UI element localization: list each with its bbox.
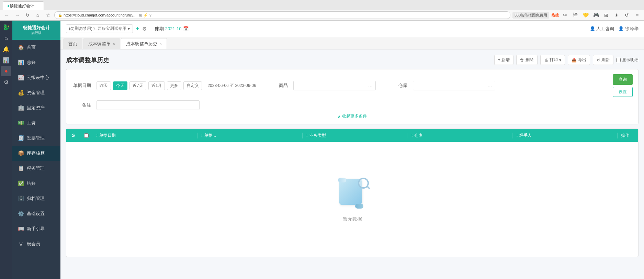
browser-tab-active[interactable]: ● 畅捷通好会计 xyxy=(3,1,44,10)
tab-2[interactable]: 成本调整单历史× xyxy=(121,38,167,49)
tab-0[interactable]: 首页 xyxy=(63,38,82,49)
sidebar-icon-11: ⚙️ xyxy=(18,211,24,217)
goods-dots[interactable]: ... xyxy=(368,82,372,89)
table-gear-icon[interactable]: ⚙ xyxy=(71,133,76,138)
tab-label-1: 成本调整单 xyxy=(88,41,111,47)
add-company-btn[interactable]: + xyxy=(136,25,139,32)
page-header: 成本调整单历史 + 新增 🗑 删除 🖨 打印 ▾ 📤 导出 xyxy=(66,55,639,65)
table-container: ⚙ ↕ 单据日期 ↕ 单据... ↕ 业务类型 xyxy=(66,129,639,257)
remark-input[interactable] xyxy=(97,100,200,110)
sidebar-item-工资[interactable]: 💵工资 xyxy=(12,115,60,131)
sidebar-item-发票管理[interactable]: 🧾发票管理 xyxy=(12,131,60,146)
sidebar: 畅捷通好会计 旗舰版 🏠首页📊总账📈云报表中心💰资金管理🏢固定资产💵工资🧾发票管… xyxy=(12,21,60,279)
yesterday-btn[interactable]: 昨天 xyxy=(97,81,111,90)
wallet-icon[interactable]: 💛 xyxy=(581,11,590,19)
bookmark-button[interactable]: ☆ xyxy=(44,11,52,19)
today-btn[interactable]: 今天 xyxy=(113,81,127,90)
export-icon: 📤 xyxy=(572,58,577,63)
display-label: 显示明细 xyxy=(622,57,639,63)
collapse-btn[interactable]: ∧ 收起更多条件 xyxy=(72,113,633,119)
warehouse-select[interactable]: ... xyxy=(413,81,495,90)
sidebar-item-结账[interactable]: ✅结账 xyxy=(12,176,60,191)
account-period: 账期 2021-10 📅 xyxy=(155,26,189,32)
sidebar-item-首页[interactable]: 🏠首页 xyxy=(12,40,60,55)
print-btn[interactable]: 🖨 打印 ▾ xyxy=(540,55,565,65)
service-btn[interactable]: 👤 人工咨询 xyxy=(590,26,614,32)
sidebar-icon-6: 🧾 xyxy=(18,135,24,141)
game-icon[interactable]: 🎮 xyxy=(592,11,600,19)
scissors-icon[interactable]: ✂ xyxy=(561,11,569,19)
tab-1[interactable]: 成本调整单× xyxy=(83,38,120,49)
th-date[interactable]: ↕ 单据日期 xyxy=(92,133,197,138)
dropdown-icon: ▾ xyxy=(128,26,130,31)
display-checkbox[interactable] xyxy=(616,58,621,62)
browser-controls: ⊞ ⚡ ∨ xyxy=(139,13,152,18)
user-avatar[interactable]: 👤 徐泽华 xyxy=(618,26,639,32)
export-btn[interactable]: 📤 导出 xyxy=(568,55,590,65)
select-all-checkbox[interactable] xyxy=(84,133,89,138)
settings-icon[interactable]: ⚙ xyxy=(142,26,147,32)
filter-area: 单据日期 昨天 今天 近7天 近1月 更多 自定义 2023-06-06 至 2… xyxy=(66,69,639,124)
browser-chrome: ● 畅捷通好会计 ← → ↻ ⌂ ☆ 🔒 https://cloud.chanj… xyxy=(0,0,644,21)
back-button[interactable]: ← xyxy=(3,11,11,19)
sidebar-item-新手引导[interactable]: 📖新手引导 xyxy=(12,221,60,236)
warehouse-label: 仓库 xyxy=(388,82,407,89)
refresh-btn[interactable]: ↺ 刷新 xyxy=(593,55,613,65)
more-btn[interactable]: 更多 xyxy=(167,81,181,90)
undo-icon[interactable]: ↺ xyxy=(623,11,631,19)
warehouse-dots[interactable]: ... xyxy=(487,82,492,89)
menu-icon[interactable]: ≡ xyxy=(633,11,641,19)
search-ext: 360智能抠图免费用 xyxy=(512,12,549,19)
reload-button[interactable]: ↻ xyxy=(23,11,32,19)
top-bar: (勿删勿禁用) 江西服宝测试专用 ▾ + ⚙ 账期 2021-10 📅 👤 人工… xyxy=(60,21,644,37)
forward-button[interactable]: → xyxy=(13,11,21,19)
icon-bar-chart[interactable]: 📊 xyxy=(1,55,11,65)
sidebar-icon-5: 💵 xyxy=(18,120,24,126)
sidebar-item-固定资产[interactable]: 🏢固定资产 xyxy=(12,100,60,115)
sidebar-label-13: 畅会员 xyxy=(27,241,40,247)
th-doc[interactable]: ↕ 单据... xyxy=(197,133,303,138)
home-button[interactable]: ⌂ xyxy=(34,11,42,19)
sidebar-item-畅会员[interactable]: V畅会员 xyxy=(12,236,60,252)
query-btn[interactable]: 查询 xyxy=(613,74,633,85)
th-type-sort: ↕ xyxy=(306,133,308,138)
sidebar-item-云报表中心[interactable]: 📈云报表中心 xyxy=(12,70,60,85)
icon-bar-notification[interactable]: 🔔 xyxy=(1,44,11,54)
tab-close-1[interactable]: × xyxy=(113,42,115,46)
sidebar-item-总账[interactable]: 📊总账 xyxy=(12,55,60,70)
sidebar-label-0: 首页 xyxy=(27,44,36,51)
sidebar-item-归档管理[interactable]: 🗄️归档管理 xyxy=(12,191,60,206)
grid-icon[interactable]: ⊞ xyxy=(602,11,610,19)
sidebar-icon-13: V xyxy=(18,241,24,247)
main-area: (勿删勿禁用) 江西服宝测试专用 ▾ + ⚙ 账期 2021-10 📅 👤 人工… xyxy=(60,21,644,279)
th-warehouse[interactable]: ↕ 仓库 xyxy=(407,133,512,138)
custom-btn[interactable]: 自定义 xyxy=(183,81,202,90)
sidebar-icon-3: 💰 xyxy=(18,90,24,96)
goods-select[interactable]: ... xyxy=(293,81,376,90)
company-selector[interactable]: (勿删勿禁用) 江西服宝测试专用 ▾ xyxy=(66,24,133,33)
icon-bar-settings[interactable]: ⚙ xyxy=(1,77,11,87)
sidebar-icon-0: 🏠 xyxy=(18,44,24,51)
th-type[interactable]: ↕ 业务类型 xyxy=(303,133,408,138)
empty-illustration xyxy=(335,176,370,211)
sidebar-item-基础设置[interactable]: ⚙️基础设置 xyxy=(12,206,60,221)
tab-close-2[interactable]: × xyxy=(159,42,162,46)
sidebar-label-4: 固定资产 xyxy=(27,105,45,111)
last-month-btn[interactable]: 近1月 xyxy=(148,81,165,90)
company-name: (勿删勿禁用) 江西服宝测试专用 xyxy=(69,26,126,32)
icon-bar-active[interactable]: ● xyxy=(1,66,11,76)
sidebar-item-资金管理[interactable]: 💰资金管理 xyxy=(12,85,60,100)
new-btn[interactable]: + 新增 xyxy=(494,55,513,65)
th-handler[interactable]: ↕ 经手人 xyxy=(512,133,618,138)
filter-settings-btn[interactable]: 设置 xyxy=(613,87,633,97)
translate-icon[interactable]: 译 xyxy=(571,11,579,19)
sidebar-item-税务管理[interactable]: 📋税务管理 xyxy=(12,161,60,176)
delete-btn[interactable]: 🗑 删除 xyxy=(516,55,538,65)
hot-label: 热搜 xyxy=(551,13,559,18)
sidebar-item-库存核算[interactable]: 📦库存核算 xyxy=(12,146,60,161)
icon-bar-home[interactable]: ⌂ xyxy=(1,33,11,43)
calendar-icon[interactable]: 📅 xyxy=(183,26,189,31)
last7-btn[interactable]: 近7天 xyxy=(129,81,146,90)
browser-url-box[interactable]: 🔒 https://cloud.chanjet.com/accounting/u… xyxy=(54,11,510,19)
brightness-icon[interactable]: ☀ xyxy=(612,11,621,19)
